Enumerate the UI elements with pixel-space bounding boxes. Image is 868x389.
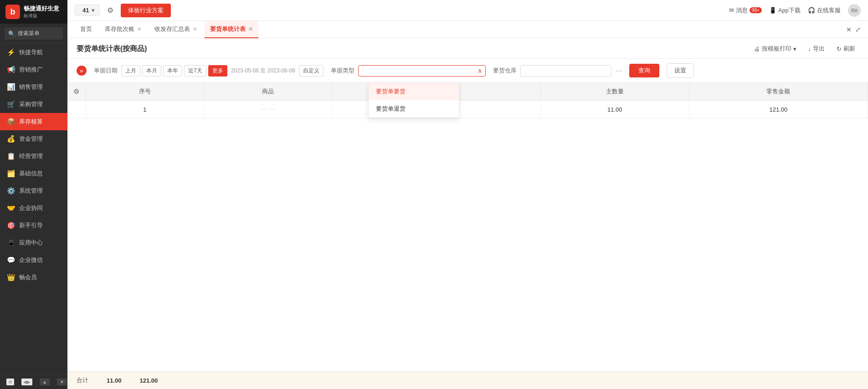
date-filter-label: 单据日期 [94,67,118,75]
row-checkbox-cell [67,101,86,118]
tab-receive-summary-close[interactable]: ✕ [193,26,197,32]
search-menu-button[interactable]: 🔍 搜索菜单 [5,27,63,40]
messages-action[interactable]: ✉ 消息 99+ [729,6,762,15]
sidebar-item-app-center[interactable]: 📱 应用中心 [0,234,67,251]
scroll-down-button[interactable]: ▼ [57,379,67,385]
header-gear-button[interactable]: ⚙ [105,4,115,16]
sidebar-bottom: ⚙ ◀▶ ▲ ▼ [0,374,67,389]
sidebar-nav: ⚡ 快捷导航 📢 营销推广 📊 销售管理 🛒 采购管理 📦 库存核算 💰 资金管… [0,44,67,374]
sales-icon: 📊 [6,83,15,91]
sidebar-item-enterprise[interactable]: 🤝 企业协同 [0,200,67,217]
sidebar-item-label: 快捷导航 [19,48,43,56]
type-filter-input[interactable] [358,65,486,77]
sidebar-item-label: 系统管理 [19,187,43,195]
app-name: 畅捷通好生意 [24,5,59,13]
sidebar-item-system[interactable]: ⚙️ 系统管理 [0,182,67,200]
dropdown-item-order-purchase[interactable]: 要货单要货 [369,83,459,100]
sidebar-item-label: 畅会员 [19,273,37,282]
sidebar-item-label: 基础信息 [19,169,43,178]
tab-inventory-batch[interactable]: 库存批次账 ✕ [99,21,147,38]
col-no: 序号 [86,83,204,101]
date-more-button[interactable]: 更多 [208,65,227,77]
sidebar-item-quick-nav[interactable]: ⚡ 快捷导航 [0,44,67,61]
footer-amount: 121.00 [140,377,158,384]
row-amount-cell: 121.00 [689,101,868,118]
sidebar-item-inventory[interactable]: 📦 库存核算 [0,113,67,130]
data-table: ⚙ 序号 商品 主计量单位 主数量 零售金额 1 [67,83,868,118]
query-button[interactable]: 查询 [629,64,659,77]
warehouse-filter-input[interactable] [520,65,611,77]
tab-inventory-batch-close[interactable]: ✕ [137,26,142,32]
sidebar-item-purchase[interactable]: 🛒 采购管理 [0,96,67,113]
search-icon: 🔍 [8,31,15,37]
date-this-year-button[interactable]: 本年 [163,65,182,77]
date-custom-button[interactable]: 自定义 [299,65,324,77]
page-content: 要货单统计表(按商品) 🖨 按模板打印 ▾ ↓ 导出 ↻ 刷新 » [67,38,868,389]
filter-bar: » 单据日期 上月 本月 本年 近7天 更多 2023-05-06 至 2023… [67,59,868,83]
tabs-actions: ✕ ⤢ [846,26,861,33]
app-edition: 标准版 [24,13,59,19]
print-button[interactable]: 🖨 按模板打印 ▾ [750,43,800,55]
sidebar-search-area: 🔍 搜索菜单 [0,24,67,44]
messages-badge: 99+ [750,7,762,13]
sidebar-item-guide[interactable]: 🎯 新手引导 [0,217,67,234]
store-dropdown-arrow: ▾ [92,7,95,14]
sidebar-item-wechat[interactable]: 💬 企业微信 [0,251,67,269]
sidebar-collapse-button[interactable]: ◀▶ [21,379,32,385]
column-settings-icon[interactable]: ⚙ [73,87,79,95]
sidebar-item-finance[interactable]: 💰 资金管理 [0,130,67,148]
online-service-action[interactable]: 🎧 在线客服 [808,6,841,15]
tab-home-label: 首页 [80,25,92,33]
dropdown-item-order-return[interactable]: 要货单退货 [369,100,459,118]
sidebar-item-label: 采购管理 [19,100,43,108]
date-last-month-button[interactable]: 上月 [121,65,140,77]
logo-icon: b [5,5,20,19]
promo-button[interactable]: 体验行业方案 [121,4,171,17]
refresh-icon: ↻ [837,46,842,52]
app-center-icon: 📱 [6,239,15,247]
enterprise-icon: 🤝 [6,204,15,212]
sidebar-item-label: 企业微信 [19,256,43,264]
col-amount: 零售金额 [689,83,868,101]
app-download-action[interactable]: 📱 App下载 [769,6,801,15]
tab-receive-summary[interactable]: 收发存汇总表 ✕ [149,21,203,38]
refresh-button[interactable]: ↻ 刷新 [833,43,859,55]
col-settings[interactable]: ⚙ [67,83,86,101]
sidebar-item-member[interactable]: 👑 畅会员 [0,269,67,286]
inventory-icon: 📦 [6,118,15,126]
date-filter-group: 单据日期 上月 本月 本年 近7天 更多 2023-05-06 至 2023-0… [94,65,324,77]
sidebar-item-basic-info[interactable]: 🗂️ 基础信息 [0,165,67,182]
refresh-label: 刷新 [843,45,855,53]
warehouse-filter-label: 要货仓库 [493,67,517,75]
more-filter-button[interactable]: ··· [615,66,622,76]
date-this-month-button[interactable]: 本月 [142,65,161,77]
filter-expand-button[interactable]: » [77,66,87,76]
store-number: 41 [82,7,89,14]
user-avatar[interactable]: Rit [848,4,861,17]
messages-icon: ✉ [729,7,734,14]
guide-icon: 🎯 [6,221,15,230]
tab-order-stats-close[interactable]: ✕ [248,26,253,32]
expand-tabs-button[interactable]: ⤢ [855,26,861,33]
sidebar-item-marketing[interactable]: 📢 营销推广 [0,61,67,78]
type-filter-group: 单据类型 ∧ [331,65,486,77]
scroll-up-button[interactable]: ▲ [40,379,50,385]
type-filter-wrapper: ∧ [358,65,486,77]
date-range-display: 2023-05-06 至 2023-06-06 [231,67,295,75]
tab-order-stats[interactable]: 要货单统计表 ✕ [205,21,258,38]
sidebar-item-operations[interactable]: 📋 经营管理 [0,148,67,165]
purchase-icon: 🛒 [6,100,15,108]
export-button[interactable]: ↓ 导出 [805,43,829,55]
marketing-icon: 📢 [6,66,15,74]
date-last-7-days-button[interactable]: 近7天 [184,65,206,77]
row-no-cell: 1 [86,101,204,118]
sidebar-item-sales[interactable]: 📊 销售管理 [0,78,67,96]
tab-home[interactable]: 首页 [75,21,98,38]
sidebar-settings-button[interactable]: ⚙ [6,379,14,385]
app-download-label: App下载 [778,6,801,15]
filter-settings-button[interactable]: 设置 [667,63,694,78]
store-selector[interactable]: 41 ▾ [75,5,100,16]
header-right: ✉ 消息 99+ 📱 App下载 🎧 在线客服 Rit [729,4,861,17]
row-quantity-cell: 11.00 [540,101,689,118]
close-all-tabs-button[interactable]: ✕ [846,26,852,33]
